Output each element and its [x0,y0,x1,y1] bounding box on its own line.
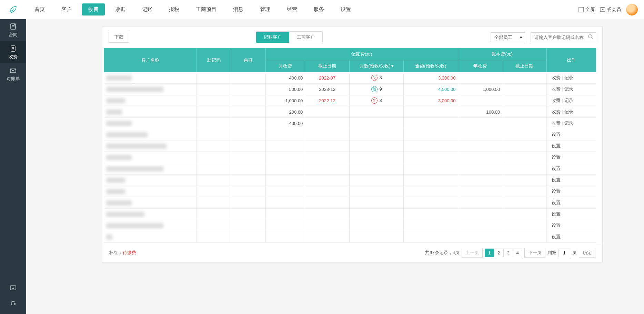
feather-logo-icon [8,4,18,15]
logo[interactable] [0,0,26,19]
topnav-item-3[interactable]: 票据 [109,3,132,15]
topnav-item-5[interactable]: 报税 [163,3,185,15]
topnav-item-7[interactable]: 消息 [227,3,250,15]
top-nav-right: 全屏 畅会员 [578,4,644,15]
member-label: 畅会员 [607,7,621,13]
topnav-item-4[interactable]: 记账 [136,3,159,15]
topnav-item-1[interactable]: 客户 [55,3,78,15]
top-nav-items: 首页客户收费票据记账报税工商项目消息管理经营服务设置 [26,3,578,15]
topnav-item-2[interactable]: 收费 [82,3,105,15]
fullscreen-label: 全屏 [585,7,595,13]
avatar[interactable] [626,4,638,15]
topnav-item-0[interactable]: 首页 [28,3,51,15]
play-icon [600,7,605,12]
topnav-item-11[interactable]: 设置 [334,3,357,15]
fullscreen-icon [578,7,584,12]
svg-rect-0 [579,7,584,12]
topnav-item-9[interactable]: 经营 [281,3,303,15]
top-nav: 首页客户收费票据记账报税工商项目消息管理经营服务设置 全屏 畅会员 [0,0,644,19]
topnav-item-8[interactable]: 管理 [254,3,276,15]
topnav-item-10[interactable]: 服务 [308,3,330,15]
topnav-item-6[interactable]: 工商项目 [190,3,223,15]
fullscreen-button[interactable]: 全屏 [578,7,595,13]
member-button[interactable]: 畅会员 [600,7,621,13]
